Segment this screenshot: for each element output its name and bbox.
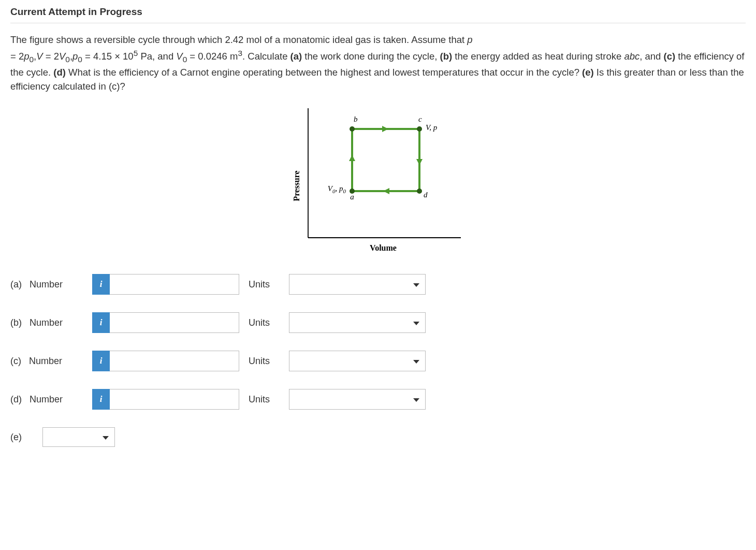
var-p0: p <box>24 51 29 62</box>
text: The figure shows a reversible cycle thro… <box>10 34 467 45</box>
text: . Calculate <box>242 51 290 62</box>
top-label: V, p <box>426 123 438 132</box>
units-select-c[interactable] <box>289 351 426 371</box>
e-select[interactable] <box>42 427 115 447</box>
number-label: Number <box>30 279 63 290</box>
xlabel: Volume <box>370 243 397 252</box>
origin-label: V0, p0 <box>328 184 346 194</box>
part-key: (a) <box>10 279 22 290</box>
units-label-a: Units <box>249 279 280 290</box>
number-input-c[interactable] <box>110 351 239 371</box>
part-c-tag: (c) <box>664 51 676 62</box>
number-input-a[interactable] <box>110 274 239 295</box>
text: = 0.0246 m <box>187 51 238 62</box>
units-select-a[interactable] <box>289 274 426 295</box>
part-key: (c) <box>10 356 21 366</box>
info-button-b[interactable]: i <box>92 312 110 333</box>
text: , and <box>639 51 663 62</box>
units-label-d: Units <box>249 394 280 405</box>
part-key: (b) <box>10 317 22 328</box>
sup: 3 <box>238 49 242 57</box>
answer-row-d: (d) Number i Units <box>10 389 746 410</box>
part-label-d: (d) Number <box>10 394 83 405</box>
var-p0-2: p <box>72 51 78 62</box>
part-label-e: (e) <box>10 432 33 443</box>
svg-point-13 <box>417 189 422 194</box>
text: = 4.15 × 10 <box>82 51 134 62</box>
units-label-b: Units <box>249 317 280 328</box>
text: = 2 <box>43 51 59 62</box>
answer-row-c: (c) Number i Units <box>10 351 746 371</box>
svg-marker-7 <box>382 126 388 132</box>
sub: 0 <box>65 55 70 64</box>
sub: 0 <box>78 55 82 64</box>
stroke-abc: abc <box>624 51 639 62</box>
svg-marker-9 <box>383 188 389 194</box>
number-label: Number <box>29 356 62 366</box>
var-V: V <box>36 51 42 62</box>
part-d-tag: (d) <box>53 67 66 78</box>
units-select-d[interactable] <box>289 389 426 410</box>
text: What is the efficiency of a Carnot engin… <box>66 67 582 78</box>
text: = 2 <box>10 51 24 62</box>
answer-row-a: (a) Number i Units <box>10 274 746 295</box>
part-e-tag: (e) <box>582 67 594 78</box>
info-button-a[interactable]: i <box>92 274 110 295</box>
text: Pa, and <box>138 51 176 62</box>
svg-marker-6 <box>349 155 355 161</box>
number-label: Number <box>30 317 63 328</box>
svg-point-12 <box>417 126 422 132</box>
var-p: p <box>467 34 472 45</box>
part-label-c: (c) Number <box>10 356 83 367</box>
units-label-c: Units <box>249 356 280 367</box>
sub: 0 <box>183 55 187 64</box>
section-title: Current Attempt in Progress <box>10 0 746 23</box>
sub: 0 <box>30 55 34 64</box>
figure: Pressure Volume <box>10 103 746 258</box>
var-V0: V <box>59 51 65 62</box>
var-V0-2: V <box>176 51 182 62</box>
part-key: (d) <box>10 394 22 404</box>
number-input-b[interactable] <box>110 312 239 333</box>
pt-c-label: c <box>418 115 422 123</box>
text: the work done during the cycle, <box>302 51 440 62</box>
info-button-c[interactable]: i <box>92 351 110 371</box>
info-button-d[interactable]: i <box>92 389 110 410</box>
part-label-b: (b) Number <box>10 317 83 328</box>
ylabel: Pressure <box>292 171 301 201</box>
problem-statement: The figure shows a reversible cycle thro… <box>10 33 746 94</box>
part-b-tag: (b) <box>440 51 453 62</box>
answer-row-e: (e) <box>10 427 746 447</box>
part-a-tag: (a) <box>290 51 302 62</box>
answers-block: (a) Number i Units (b) Number i Units <box>10 274 746 447</box>
pv-diagram: Pressure Volume <box>285 103 471 258</box>
text: the energy added as heat during stroke <box>452 51 624 62</box>
number-label: Number <box>30 394 63 404</box>
answer-row-b: (b) Number i Units <box>10 312 746 333</box>
part-label-a: (a) Number <box>10 279 83 290</box>
svg-marker-8 <box>416 159 423 165</box>
svg-point-11 <box>350 126 355 132</box>
pt-b-label: b <box>354 115 358 123</box>
units-select-b[interactable] <box>289 312 426 333</box>
number-input-d[interactable] <box>110 389 239 410</box>
pt-d-label: d <box>424 191 428 199</box>
pt-a-label: a <box>350 193 354 201</box>
sup: 5 <box>134 49 138 57</box>
